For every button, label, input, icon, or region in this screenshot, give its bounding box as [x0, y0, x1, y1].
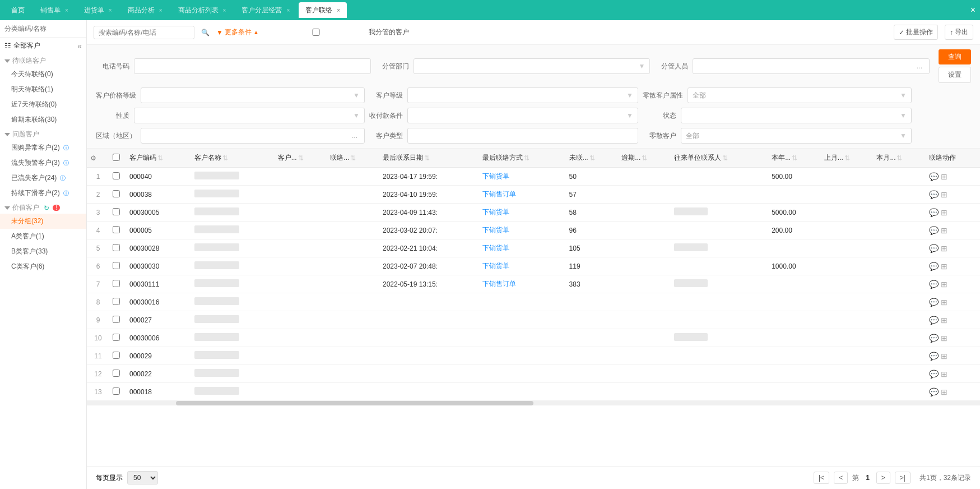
price-level-input[interactable]: ▼ [141, 87, 365, 103]
row-checkbox[interactable] [113, 316, 120, 323]
sidebar-item-overdue-pending[interactable]: 逾期未联络(30) [0, 112, 86, 127]
sidebar-item-b-class[interactable]: B类客户(33) [0, 244, 86, 259]
row-checkbox[interactable] [113, 334, 120, 341]
grid-action-icon[interactable]: ⊞ [941, 244, 948, 253]
tab-sales[interactable]: 销售单 × [34, 2, 75, 18]
sidebar-item-7day-pending[interactable]: 近7天待联络(0) [0, 97, 86, 112]
chat-icon[interactable]: 💬 [929, 387, 939, 396]
value-refresh-icon[interactable]: ↻ [44, 204, 49, 212]
chat-icon[interactable]: 💬 [929, 370, 939, 379]
cell-last-method[interactable]: 下销货单 [479, 168, 566, 186]
tab-sales-close[interactable]: × [65, 7, 68, 13]
col-unit-contact-sort-icon[interactable]: ⇅ [722, 154, 728, 162]
cell-last-method[interactable] [479, 293, 566, 311]
sidebar-item-abnormal[interactable]: 囤购异常客户(2) ⓘ [0, 140, 86, 155]
prev-page-button[interactable]: < [834, 472, 848, 484]
sidebar-item-c-class[interactable]: C类客户(6) [0, 259, 86, 274]
col-contact-sort-icon[interactable]: ⇅ [350, 154, 356, 162]
row-checkbox[interactable] [113, 298, 120, 305]
region-ellipsis-btn[interactable]: ... [350, 132, 360, 140]
sidebar-group-problem[interactable]: 问题客户 [0, 127, 86, 140]
grid-action-icon[interactable]: ⊞ [941, 226, 948, 235]
grid-action-icon[interactable]: ⊞ [941, 208, 948, 217]
col-name-sort-icon[interactable]: ⇅ [222, 154, 228, 162]
more-conditions-button[interactable]: ▼ 更多条件 ▲ [216, 27, 259, 37]
cell-last-method[interactable]: 下销售订单 [479, 275, 566, 293]
sidebar-item-a-class[interactable]: A类客户(1) [0, 229, 86, 244]
grid-action-icon[interactable]: ⊞ [941, 334, 948, 343]
cell-last-method[interactable] [479, 383, 566, 401]
tab-analysis-list-close[interactable]: × [223, 7, 226, 13]
batch-operation-button[interactable]: ✓ 批量操作 [894, 25, 938, 40]
reset-button[interactable]: 设置 [939, 67, 971, 83]
chat-icon[interactable]: 💬 [929, 352, 939, 361]
row-checkbox[interactable] [113, 190, 120, 197]
sidebar-group-value[interactable]: 价值客户 ↻ ! [0, 201, 86, 214]
chat-icon[interactable]: 💬 [929, 316, 939, 325]
cell-last-method[interactable]: 下销货单 [479, 204, 566, 222]
chat-icon[interactable]: 💬 [929, 280, 939, 289]
tab-analysis-list[interactable]: 商品分析列表 × [171, 2, 233, 18]
row-checkbox[interactable] [113, 370, 120, 377]
row-checkbox[interactable] [113, 262, 120, 269]
tab-purchase-close[interactable]: × [109, 7, 112, 13]
sidebar-item-churned[interactable]: 已流失客户(24) ⓘ [0, 170, 86, 186]
sidebar-item-churn-warn[interactable]: 流失预警客户(3) ⓘ [0, 155, 86, 170]
row-checkbox[interactable] [113, 280, 120, 287]
grid-action-icon[interactable]: ⊞ [941, 190, 948, 199]
chat-icon[interactable]: 💬 [929, 208, 939, 217]
col-overdue-sort-icon[interactable]: ⇅ [642, 154, 647, 162]
cell-last-method[interactable]: 下销货单 [479, 222, 566, 239]
status-input[interactable]: ▼ [681, 108, 912, 123]
chat-icon[interactable]: 💬 [929, 226, 939, 235]
sidebar-item-today-pending[interactable]: 今天待联络(0) [0, 67, 86, 82]
grid-action-icon[interactable]: ⊞ [941, 262, 948, 271]
customer-level-input[interactable]: ▼ [407, 87, 638, 103]
col-this-year-sort-icon[interactable]: ⇅ [792, 154, 797, 162]
table-settings-icon[interactable]: ⚙ [90, 154, 96, 162]
manager-input[interactable]: ... [693, 58, 930, 74]
nature-input[interactable]: ▼ [134, 108, 365, 123]
chat-icon[interactable]: 💬 [929, 172, 939, 181]
query-button[interactable]: 查询 [939, 49, 971, 64]
region-input[interactable]: ... [141, 128, 365, 144]
grid-action-icon[interactable]: ⊞ [941, 352, 948, 361]
scatter-attr-input[interactable]: 全部 ▼ [688, 87, 912, 103]
grid-action-icon[interactable]: ⊞ [941, 298, 948, 307]
export-button[interactable]: ↑ 导出 [945, 25, 973, 40]
chat-icon[interactable]: 💬 [929, 334, 939, 343]
tab-customer-tier-close[interactable]: × [286, 7, 290, 13]
chat-icon[interactable]: 💬 [929, 190, 939, 199]
col-not-contacted-sort-icon[interactable]: ⇅ [589, 154, 595, 162]
grid-action-icon[interactable]: ⊞ [941, 387, 948, 396]
row-checkbox[interactable] [113, 244, 120, 251]
tab-customer-contact[interactable]: 客户联络 × [299, 2, 347, 18]
sidebar-search-input[interactable] [4, 25, 87, 33]
window-close-button[interactable]: × [970, 5, 976, 15]
payment-input[interactable]: ▼ [407, 108, 638, 123]
col-last-method-sort-icon[interactable]: ⇅ [524, 154, 530, 162]
cell-last-method[interactable]: 下销售订单 [479, 186, 566, 204]
tab-home[interactable]: 首页 [4, 2, 31, 18]
my-customers-check-input[interactable] [266, 29, 366, 36]
col-this-month-sort-icon[interactable]: ⇅ [897, 154, 902, 162]
cell-last-method[interactable] [479, 347, 566, 365]
first-page-button[interactable]: |< [814, 472, 829, 484]
cell-last-method[interactable]: 下销货单 [479, 239, 566, 257]
cell-last-method[interactable] [479, 311, 566, 329]
tab-customer-contact-close[interactable]: × [337, 7, 340, 13]
my-customers-checkbox[interactable]: 我分管的客户 [266, 27, 409, 37]
grid-action-icon[interactable]: ⊞ [941, 280, 948, 289]
sidebar-item-tomorrow-pending[interactable]: 明天待联络(1) [0, 82, 86, 97]
grid-action-icon[interactable]: ⊞ [941, 316, 948, 325]
tab-customer-tier[interactable]: 客户分层经营 × [235, 2, 296, 18]
cell-last-method[interactable] [479, 329, 566, 347]
tab-purchase[interactable]: 进货单 × [77, 2, 119, 18]
sidebar-group-pending[interactable]: 待联络客户 [0, 54, 86, 67]
cell-last-method[interactable]: 下销货单 [479, 257, 566, 275]
scrollbar-thumb[interactable] [176, 401, 533, 405]
sidebar-item-ungroups[interactable]: 未分组(32) [0, 214, 86, 229]
sidebar-item-declining[interactable]: 持续下滑客户(2) ⓘ [0, 186, 86, 201]
col-last-date-sort-icon[interactable]: ⇅ [424, 154, 430, 162]
cell-last-method[interactable] [479, 365, 566, 383]
